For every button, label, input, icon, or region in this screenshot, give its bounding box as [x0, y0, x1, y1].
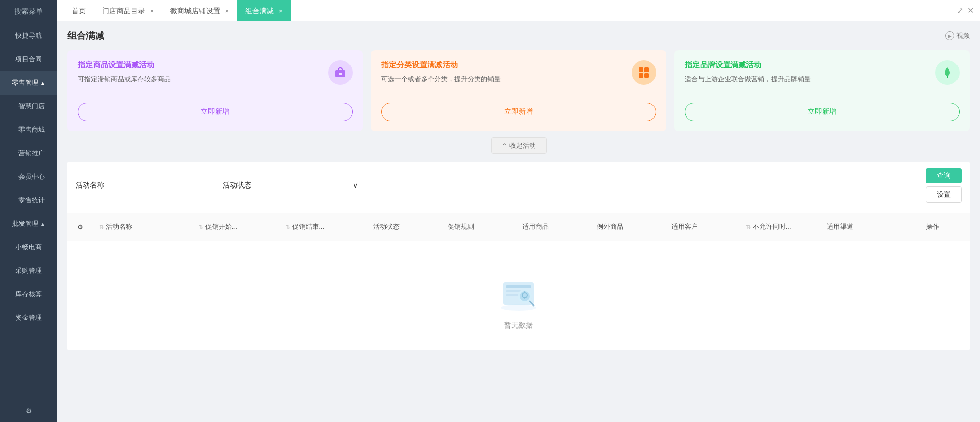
filter-name-label: 活动名称: [76, 181, 104, 190]
product-card-desc: 可指定滞销商品或库存较多商品: [78, 74, 353, 92]
svg-rect-5: [644, 73, 649, 78]
settings-button[interactable]: 设置: [926, 186, 962, 203]
brand-promo-card: 指定品牌设置满减活动 适合与上游企业联合做营销，提升品牌销量 立即新增: [674, 50, 970, 131]
svg-rect-8: [506, 285, 531, 288]
tab-home[interactable]: 首页: [63, 0, 94, 21]
table-header: ⚙ ⇅ 活动名称 ⇅ 促销开始... ⇅ 促销结束...: [67, 213, 970, 241]
collapse-bar: ⌃ 收起活动: [67, 137, 970, 154]
th-customer: 适用客户: [665, 218, 740, 236]
th-name: ⇅ 活动名称: [93, 218, 193, 236]
brand-card-btn[interactable]: 立即新增: [685, 103, 960, 121]
tab-close-store-catalog[interactable]: ×: [150, 8, 154, 15]
sidebar-item-retail-mgmt[interactable]: 零售管理 ▲: [0, 71, 57, 95]
th-status: 活动状态: [367, 218, 441, 236]
tab-store-catalog[interactable]: 门店商品目录 ×: [94, 0, 162, 21]
filter-actions: 查询 设置: [926, 168, 962, 203]
page-content: 组合满减 ▶ 视频 指定商品设置满减活动 可指定滞销商品或库存较多商品: [57, 21, 980, 422]
filter-name-item: 活动名称: [76, 179, 211, 192]
sort-icon[interactable]: ⇅: [199, 224, 203, 230]
main-area: 首页 门店商品目录 × 微商城店铺设置 × 组合满减 × ⤢ ✕ 组合满减 ▶ …: [57, 0, 980, 422]
product-card-btn[interactable]: 立即新增: [78, 103, 353, 121]
gear-icon: ⚙: [26, 407, 32, 415]
th-goods: 适用商品: [516, 218, 591, 236]
th-start: ⇅ 促销开始...: [193, 218, 279, 236]
sidebar-item-smart-store[interactable]: 智慧门店: [0, 95, 57, 118]
sidebar: 搜索菜单 快捷导航 项目合同 零售管理 ▲ 智慧门店 零售商城 营销推广 会员中…: [0, 0, 57, 422]
svg-point-6: [501, 304, 536, 311]
table-settings-icon: ⚙: [77, 223, 83, 231]
th-end: ⇅ 促销结束...: [279, 218, 366, 236]
sidebar-item-retail-stats[interactable]: 零售统计: [0, 189, 57, 212]
brand-card-icon: [935, 60, 960, 85]
chevron-up-icon: ⌃: [502, 142, 507, 150]
sidebar-item-xiaochang-ecom[interactable]: 小畅电商: [0, 236, 57, 259]
sidebar-item-capital-mgmt[interactable]: 资金管理: [0, 306, 57, 330]
product-card-title: 指定商品设置满减活动: [78, 60, 353, 70]
sidebar-item-retail-mall[interactable]: 零售商城: [0, 118, 57, 142]
tab-close-wechat-settings[interactable]: ×: [225, 8, 229, 15]
chevron-down-icon: ∨: [353, 181, 358, 190]
th-settings[interactable]: ⚙: [67, 219, 93, 235]
empty-illustration: [493, 272, 544, 313]
video-link[interactable]: ▶ 视频: [945, 31, 970, 40]
activity-status-select[interactable]: ∨: [255, 179, 358, 192]
play-icon: ▶: [945, 31, 954, 40]
category-card-btn[interactable]: 立即新增: [381, 103, 656, 121]
svg-rect-2: [639, 67, 643, 72]
category-card-desc: 可选一个或者多个分类，提升分类的销量: [381, 74, 656, 92]
page-header: 组合满减 ▶ 视频: [67, 30, 970, 42]
window-controls: ⤢ ✕: [956, 6, 974, 15]
sidebar-settings-btn[interactable]: ⚙: [0, 400, 57, 422]
svg-rect-4: [639, 73, 643, 78]
chevron-up-icon: ▲: [40, 80, 45, 86]
th-except: 例外商品: [591, 218, 665, 236]
sort-icon[interactable]: ⇅: [286, 224, 290, 230]
tabs-bar: 首页 门店商品目录 × 微商城店铺设置 × 组合满减 × ⤢ ✕: [57, 0, 980, 21]
sidebar-item-wholesale-mgmt[interactable]: 批发管理 ▲: [0, 212, 57, 236]
empty-text: 暂无数据: [504, 321, 533, 330]
filter-status-item: 活动状态 ∨: [223, 179, 358, 192]
sidebar-item-inventory-calc[interactable]: 库存核算: [0, 283, 57, 306]
collapse-activities-btn[interactable]: ⌃ 收起活动: [491, 137, 547, 154]
svg-rect-1: [339, 73, 342, 75]
tab-close-combo-discount[interactable]: ×: [279, 8, 283, 15]
sidebar-search[interactable]: 搜索菜单: [0, 0, 57, 24]
sidebar-item-project-contract[interactable]: 项目合同: [0, 48, 57, 71]
th-action: 操作: [895, 218, 970, 236]
category-promo-card: 指定分类设置满减活动 可选一个或者多个分类，提升分类的销量 立即新增: [371, 50, 666, 131]
promotion-cards: 指定商品设置满减活动 可指定滞销商品或库存较多商品 立即新增 指定分类设置满减活…: [67, 50, 970, 131]
query-button[interactable]: 查询: [926, 168, 962, 183]
close-icon[interactable]: ✕: [967, 6, 974, 15]
sidebar-item-member-center[interactable]: 会员中心: [0, 165, 57, 189]
th-rule: 促销规则: [441, 218, 516, 236]
brand-card-desc: 适合与上游企业联合做营销，提升品牌销量: [685, 74, 960, 92]
product-promo-card: 指定商品设置满减活动 可指定滞销商品或库存较多商品 立即新增: [67, 50, 363, 131]
category-card-title: 指定分类设置满减活动: [381, 60, 656, 70]
category-card-icon: [632, 60, 656, 85]
page-title: 组合满减: [67, 30, 104, 42]
tab-combo-discount[interactable]: 组合满减 ×: [237, 0, 291, 21]
product-card-icon: [328, 60, 353, 85]
sort-icon[interactable]: ⇅: [99, 224, 104, 230]
svg-rect-3: [644, 67, 649, 72]
filter-row: 活动名称 活动状态 ∨ 查询 设置: [67, 162, 970, 209]
search-table-block: 活动名称 活动状态 ∨ 查询 设置: [67, 162, 970, 350]
restore-icon[interactable]: ⤢: [956, 6, 963, 15]
data-table: ⚙ ⇅ 活动名称 ⇅ 促销开始... ⇅ 促销结束...: [67, 213, 970, 350]
sidebar-item-purchase-mgmt[interactable]: 采购管理: [0, 259, 57, 283]
tab-wechat-settings[interactable]: 微商城店铺设置 ×: [162, 0, 237, 21]
brand-card-title: 指定品牌设置满减活动: [685, 60, 960, 70]
filter-status-label: 活动状态: [223, 181, 251, 190]
empty-state: 暂无数据: [67, 241, 970, 350]
activity-name-input[interactable]: [108, 179, 211, 192]
chevron-down-icon: ▲: [40, 221, 45, 227]
sidebar-item-quick-nav[interactable]: 快捷导航: [0, 24, 57, 48]
sort-icon[interactable]: ⇅: [746, 224, 751, 230]
th-channel: 适用渠道: [821, 218, 895, 236]
th-notallow: ⇅ 不允许同时...: [740, 218, 821, 236]
sidebar-item-marketing[interactable]: 营销推广: [0, 142, 57, 165]
